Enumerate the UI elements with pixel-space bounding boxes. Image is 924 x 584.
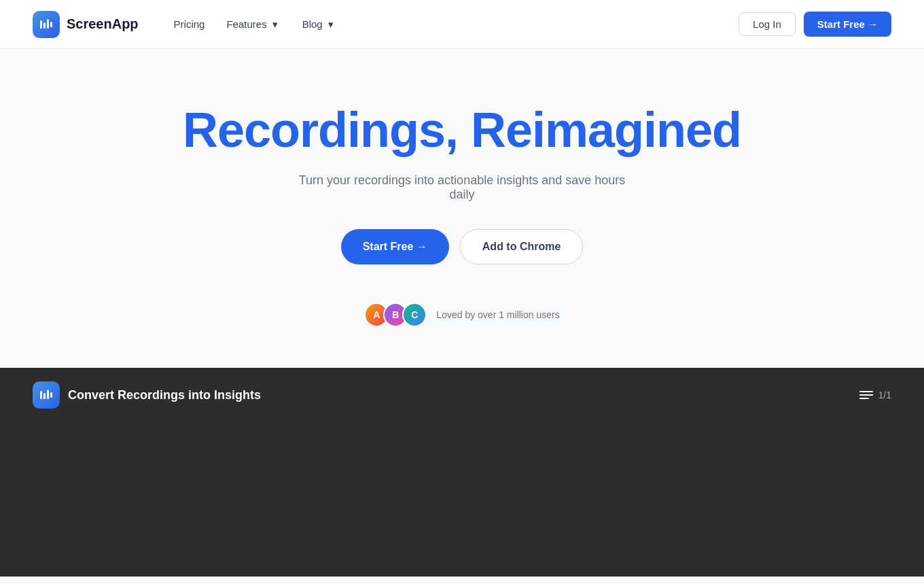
video-section: Convert Recordings into Insights 1/1 — [0, 368, 924, 577]
video-logo-icon — [33, 381, 60, 409]
menu-line — [859, 394, 873, 396]
chevron-down-icon: ▾ — [270, 19, 281, 30]
avatar: C — [402, 303, 427, 327]
svg-rect-7 — [50, 392, 52, 398]
logo-icon — [33, 11, 60, 38]
svg-rect-0 — [40, 20, 42, 29]
menu-line — [859, 398, 869, 399]
hero-add-to-chrome-button[interactable]: Add to Chrome — [460, 229, 584, 264]
video-counter: 1/1 — [878, 390, 891, 400]
video-controls: 1/1 — [859, 390, 891, 400]
avatar-group: A B C — [364, 303, 427, 327]
hero-subtitle: Turn your recordings into actionable ins… — [285, 173, 639, 202]
brand-name: ScreenApp — [67, 16, 139, 32]
svg-rect-6 — [47, 390, 49, 399]
menu-line — [859, 391, 873, 392]
hero-buttons: Start Free → Add to Chrome — [341, 229, 584, 264]
svg-rect-5 — [43, 393, 46, 399]
login-button[interactable]: Log In — [739, 12, 796, 36]
hero-title: Recordings, Reimagined — [183, 103, 741, 157]
social-proof-text: Loved by over 1 million users — [436, 309, 559, 320]
start-free-button[interactable]: Start Free → — [804, 12, 891, 37]
svg-rect-2 — [47, 19, 49, 29]
navbar-right: Log In Start Free → — [739, 12, 891, 37]
nav-blog[interactable]: Blog ▾ — [294, 13, 344, 35]
video-title: Convert Recordings into Insights — [68, 388, 261, 402]
svg-rect-1 — [43, 22, 46, 29]
svg-rect-4 — [40, 391, 42, 399]
social-proof: A B C Loved by over 1 million users — [364, 303, 559, 327]
navbar: ScreenApp Pricing Features ▾ Blog ▾ Log … — [0, 0, 924, 49]
chevron-down-icon: ▾ — [325, 19, 336, 30]
nav-features[interactable]: Features ▾ — [218, 13, 288, 35]
video-header: Convert Recordings into Insights 1/1 — [33, 381, 891, 409]
menu-lines-icon[interactable] — [859, 391, 873, 399]
logo[interactable]: ScreenApp — [33, 11, 139, 38]
nav-pricing[interactable]: Pricing — [166, 13, 213, 35]
hero-section: Recordings, Reimagined Turn your recordi… — [0, 49, 924, 368]
svg-rect-3 — [50, 22, 52, 27]
navbar-left: ScreenApp Pricing Features ▾ Blog ▾ — [33, 11, 344, 38]
hero-start-free-button[interactable]: Start Free → — [341, 229, 449, 264]
nav-links: Pricing Features ▾ Blog ▾ — [166, 13, 344, 35]
video-brand: Convert Recordings into Insights — [33, 381, 261, 409]
